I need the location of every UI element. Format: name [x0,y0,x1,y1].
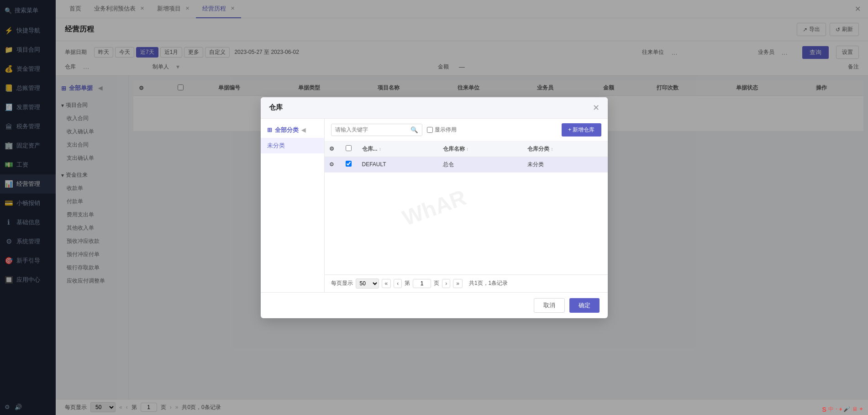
modal-body: ⊞ 全部分类 ◀ 未分类 🔍 显示停用 [261,119,608,292]
sort-cat-icon: ↕ [551,147,553,152]
modal-search-button[interactable]: 🔍 [407,124,422,136]
modal-col-code: 仓库... ↕ [358,142,438,157]
modal-header: 仓库 ✕ [261,97,608,119]
modal-cat-unclassified[interactable]: 未分类 [261,138,324,153]
modal-actions: 取消 确定 [261,292,608,318]
modal-close-button[interactable]: ✕ [593,103,600,113]
modal-toolbar: 🔍 显示停用 + 新增仓库 [325,119,608,142]
modal-cancel-button[interactable]: 取消 [534,298,565,313]
show-disabled-checkbox[interactable] [427,127,433,133]
row-name: 总仓 [438,157,523,172]
modal-next-page-btn[interactable]: › [442,279,450,288]
modal-col-check [341,142,358,157]
warehouse-row-1[interactable]: ⚙ DEFAULT 总仓 未分类 [325,157,608,172]
logo-text: 中・♦ 🎤 🖥 ✦ [828,405,863,413]
modal-first-page-btn[interactable]: « [382,279,391,288]
modal-search-input[interactable] [331,124,407,135]
logo-s-icon: S [822,406,826,413]
sort-name-icon: ↕ [466,147,468,152]
modal-page-size-select[interactable]: 50 100 [356,278,379,289]
modal-col-name: 仓库名称 ↕ [438,142,523,157]
modal-page-size-label: 每页显示 [331,279,353,287]
bottom-right-logo: S 中・♦ 🎤 🖥 ✦ [822,405,863,413]
show-disabled-label[interactable]: 显示停用 [427,126,457,134]
modal-page-label: 页 [434,279,439,287]
modal-col-gear: ⚙ [325,142,341,157]
modal-overlay[interactable]: WhAR 仓库 ✕ ⊞ 全部分类 ◀ 未分类 [0,0,868,415]
modal-table-wrap: ⚙ 仓库... ↕ 仓库名称 ↕ [325,142,608,274]
row-checkbox-1[interactable] [346,161,352,167]
row-category: 未分类 [523,157,607,172]
row-code: DEFAULT [358,157,438,172]
modal-last-page-btn[interactable]: » [453,279,463,288]
modal-prev-page-btn[interactable]: ‹ [394,279,402,288]
modal-page-label-pre: 第 [405,279,410,287]
sort-code-icon: ↕ [379,147,381,152]
row-check [341,157,358,172]
grid-cat-icon: ⊞ [267,126,272,133]
modal-select-all[interactable] [346,145,352,151]
add-warehouse-button[interactable]: + 新增仓库 [562,123,601,137]
modal-confirm-button[interactable]: 确定 [569,298,600,313]
modal-left-panel: ⊞ 全部分类 ◀ 未分类 [261,119,325,292]
modal-all-categories[interactable]: ⊞ 全部分类 ◀ [261,122,324,138]
modal-title: 仓库 [269,103,283,112]
modal-page-input[interactable] [413,279,431,288]
modal-search-box: 🔍 [331,124,422,136]
warehouse-modal: WhAR 仓库 ✕ ⊞ 全部分类 ◀ 未分类 [261,97,608,318]
modal-warehouse-table: ⚙ 仓库... ↕ 仓库名称 ↕ [325,142,608,173]
row-gear: ⚙ [325,157,341,172]
modal-col-category: 仓库分类 ↕ [523,142,607,157]
modal-total-label: 共1页，1条记录 [469,279,508,287]
modal-collapse-btn[interactable]: ◀ [301,127,305,133]
modal-right-panel: 🔍 显示停用 + 新增仓库 ⚙ [325,119,608,292]
modal-pagination: 每页显示 50 100 « ‹ 第 页 › » 共1页，1条记录 [325,274,608,292]
